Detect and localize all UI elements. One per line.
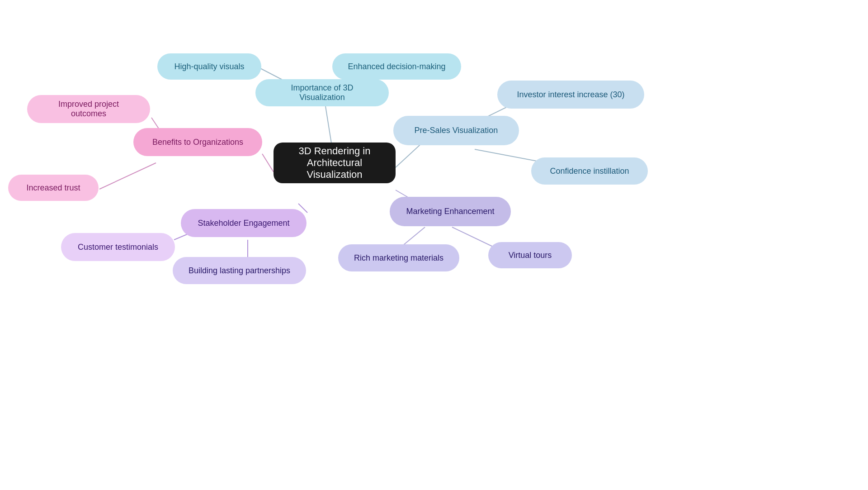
marketing-node: Marketing Enhancement	[390, 197, 511, 226]
enhanced-decision-label: Enhanced decision-making	[348, 62, 445, 71]
building-node: Building lasting partnerships	[173, 257, 306, 284]
importance-node: Importance of 3D Visualization	[255, 79, 389, 106]
svg-line-13	[401, 227, 425, 247]
high-quality-node: High-quality visuals	[157, 53, 261, 80]
improved-node: Improved project outcomes	[27, 95, 150, 123]
customer-label: Customer testimonials	[78, 243, 158, 252]
investor-node: Investor interest increase (30)	[497, 81, 644, 109]
rich-marketing-node: Rich marketing materials	[338, 244, 459, 271]
benefits-node: Benefits to Organizations	[133, 128, 262, 156]
pre-sales-node: Pre-Sales Visualization	[393, 116, 519, 145]
svg-line-14	[452, 227, 493, 247]
increased-trust-label: Increased trust	[26, 183, 80, 193]
confidence-label: Confidence instillation	[550, 167, 629, 176]
center-label: 3D Rendering in Architectural Visualizat…	[286, 145, 383, 181]
center-node: 3D Rendering in Architectural Visualizat…	[274, 143, 396, 183]
stakeholder-node: Stakeholder Engagement	[181, 209, 307, 237]
marketing-label: Marketing Enhancement	[406, 207, 494, 216]
improved-label: Improved project outcomes	[40, 100, 137, 119]
high-quality-label: High-quality visuals	[174, 62, 244, 71]
customer-node: Customer testimonials	[61, 233, 175, 261]
benefits-label: Benefits to Organizations	[152, 138, 243, 147]
building-label: Building lasting partnerships	[189, 266, 290, 276]
virtual-tours-label: Virtual tours	[509, 251, 552, 260]
svg-line-5	[99, 163, 156, 189]
virtual-tours-node: Virtual tours	[488, 242, 572, 268]
stakeholder-label: Stakeholder Engagement	[198, 219, 289, 228]
increased-trust-node: Increased trust	[8, 175, 99, 201]
pre-sales-label: Pre-Sales Visualization	[415, 126, 498, 135]
enhanced-decision-node: Enhanced decision-making	[332, 53, 461, 80]
investor-label: Investor interest increase (30)	[517, 90, 624, 100]
svg-line-3	[262, 154, 274, 172]
rich-marketing-label: Rich marketing materials	[354, 253, 443, 263]
confidence-node: Confidence instillation	[531, 157, 648, 185]
importance-label: Importance of 3D Visualization	[268, 83, 376, 102]
